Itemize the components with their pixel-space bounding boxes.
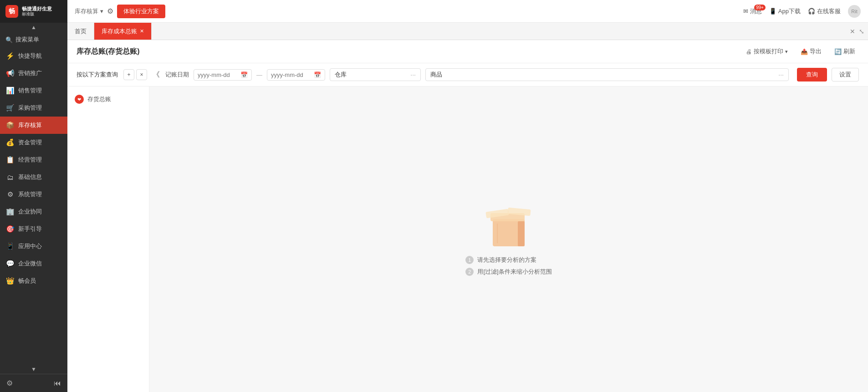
print-template-button[interactable]: 🖨 按模板打印 ▾ [742,46,791,57]
filter-row: 记账日期 📅 — 📅 仓库 ··· 商品 ··· 查询 设置 [165,68,859,81]
app-center-icon: 📱 [5,242,15,250]
message-item[interactable]: ✉ 消息 99+ [743,7,762,15]
date-start-input[interactable]: 📅 [194,69,252,81]
empty-state: 1 请先选择要分析的方案 2 用[过滤]条件来缩小分析范围 [465,203,551,276]
scheme-icon: ❤ [75,95,84,104]
topbar-right: ✉ 消息 99+ 📱 App下载 🎧 在线客服 Rit [743,5,861,18]
sidebar-item-member[interactable]: 👑 畅会员 [0,272,67,290]
tabs-bar: 首页 库存成本总账 ✕ ✕ ⤡ [67,23,868,40]
settings-bottom-icon[interactable]: ⚙ [6,379,13,387]
hint-item-1: 1 请先选择要分析的方案 [465,256,551,264]
filter-delete-button[interactable]: × [136,69,147,80]
print-dropdown-icon[interactable]: ▾ [785,49,788,55]
filter-area: 按以下方案查询 + × 《 记账日期 📅 — 📅 仓库 ··· [67,63,868,87]
tab-panel-expand-icon[interactable]: ⤡ [859,28,864,35]
filter-label: 按以下方案查询 [77,71,118,79]
date-label: 记账日期 [165,71,189,79]
logo-icon: 畅 [5,5,18,18]
headset-icon: 🎧 [808,8,815,15]
sidebar-item-system[interactable]: ⚙ 系统管理 [0,186,67,203]
topbar-left: 库存核算 ▾ ⚙ 体验行业方案 [75,5,739,18]
scheme-item-inventory-ledger[interactable]: ❤ 存货总账 [67,91,149,107]
app-logo: 畅 畅捷通好生意 标准版 [0,0,67,23]
sidebar-scroll-down[interactable]: ▼ [31,366,36,372]
member-icon: 👑 [5,277,15,285]
tab-close-icon[interactable]: ✕ [140,28,144,34]
filter-add-button[interactable]: + [123,69,134,80]
sidebar-item-basic-info[interactable]: 🗂 基础信息 [0,168,67,186]
system-icon: ⚙ [5,190,15,199]
basic-info-icon: 🗂 [5,173,15,181]
sidebar-scroll-up[interactable]: ▲ [31,24,36,31]
tab-panel-close-icon[interactable]: ✕ [850,28,855,35]
phone-icon: 📱 [769,8,776,15]
search-icon: 🔍 [5,36,13,43]
quick-nav-icon: ⚡ [5,52,15,60]
marketing-icon: 📢 [5,69,15,77]
goods-more-icon[interactable]: ··· [778,71,784,78]
refresh-icon: 🔄 [834,48,842,55]
export-icon: 📤 [801,48,808,55]
newbie-icon: 🎯 [5,225,15,233]
empty-hints: 1 请先选择要分析的方案 2 用[过滤]条件来缩小分析范围 [465,256,551,276]
sidebar-item-purchase[interactable]: 🛒 采购管理 [0,99,67,117]
filter-collapse-icon[interactable]: 《 [153,70,160,80]
hint-num-1: 1 [465,256,474,264]
sidebar-item-operation[interactable]: 📋 经营管理 [0,151,67,168]
calendar-start-icon[interactable]: 📅 [240,71,248,78]
enterprise-icon: 🏢 [5,208,15,216]
sidebar-item-newbie[interactable]: 🎯 新手引导 [0,220,67,238]
sidebar-bottom: ⚙ ⏮ [0,374,67,392]
purchase-icon: 🛒 [5,104,15,112]
calendar-end-icon[interactable]: 📅 [314,71,321,78]
sidebar-item-inventory[interactable]: 📦 库存核算 [0,117,67,134]
date-separator: — [256,71,262,78]
trial-button[interactable]: 体验行业方案 [117,5,165,18]
warehouse-label: 仓库 [335,71,347,79]
hint-num-2: 2 [465,268,474,276]
tabs-actions: ✕ ⤡ [850,28,868,35]
inventory-icon: 📦 [5,121,15,129]
date-end-input[interactable]: 📅 [267,69,325,81]
hint-item-2: 2 用[过滤]条件来缩小分析范围 [465,268,551,276]
goods-label: 商品 [430,71,442,79]
filter-actions: + × [123,69,147,80]
scheme-panel: ❤ 存货总账 [67,87,149,392]
breadcrumb: 库存核算 ▾ [75,7,103,15]
wechat-icon: 💬 [5,260,15,268]
content-wrapper: ❤ 存货总账 [67,87,868,392]
sidebar-item-wechat[interactable]: 💬 企业微信 [0,255,67,272]
sidebar-item-finance[interactable]: 💰 资金管理 [0,134,67,151]
refresh-button[interactable]: 🔄 刷新 [831,46,859,57]
tab-cost-ledger[interactable]: 库存成本总账 ✕ [94,23,152,40]
export-button[interactable]: 📤 导出 [797,46,825,57]
hint-text-2: 用[过滤]条件来缩小分析范围 [477,268,551,276]
sidebar-search[interactable]: 🔍 搜索菜单 [0,32,67,47]
sidebar-item-sales[interactable]: 📊 销售管理 [0,82,67,99]
date-start-field[interactable] [198,71,239,78]
date-end-field[interactable] [271,71,312,78]
settings-button[interactable]: 设置 [832,68,859,81]
volume-bottom-icon[interactable]: ⏮ [54,379,61,387]
sidebar-nav: 🔍 搜索菜单 ⚡ 快捷导航 📢 营销推广 📊 销售管理 🛒 采购管理 📦 库存核… [0,32,67,365]
tab-home[interactable]: 首页 [67,23,94,40]
page-header: 库存总账(存货总账) 🖨 按模板打印 ▾ 📤 导出 🔄 刷新 [67,40,868,63]
print-icon: 🖨 [746,48,752,55]
online-service-item[interactable]: 🎧 在线客服 [808,7,841,15]
svg-rect-1 [518,221,525,246]
sidebar-item-marketing[interactable]: 📢 营销推广 [0,65,67,82]
app-download-item[interactable]: 📱 App下载 [769,7,801,15]
logo-text: 畅捷通好生意 标准版 [22,5,52,17]
topbar-settings-icon[interactable]: ⚙ [107,7,113,15]
user-avatar-item[interactable]: Rit [848,5,861,18]
sidebar-item-enterprise[interactable]: 🏢 企业协同 [0,203,67,220]
sidebar-item-app-center[interactable]: 📱 应用中心 [0,238,67,255]
warehouse-select[interactable]: 仓库 ··· [330,68,421,81]
main-content: 1 请先选择要分析的方案 2 用[过滤]条件来缩小分析范围 [149,87,868,392]
query-button[interactable]: 查询 [797,68,827,81]
goods-select[interactable]: 商品 ··· [425,68,789,81]
breadcrumb-arrow[interactable]: ▾ [100,8,103,15]
warehouse-more-icon[interactable]: ··· [410,71,416,78]
hint-text-1: 请先选择要分析的方案 [477,256,536,264]
sidebar-item-quick-nav[interactable]: ⚡ 快捷导航 [0,47,67,65]
